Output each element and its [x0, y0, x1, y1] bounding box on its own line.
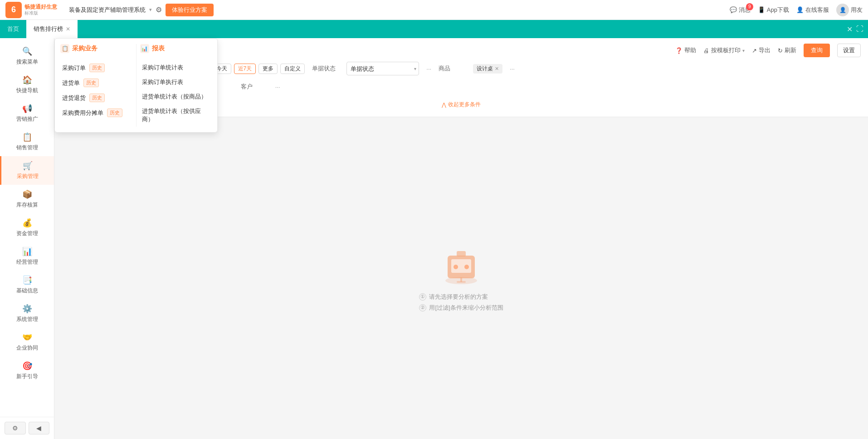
finance-icon: 💰 — [22, 218, 32, 228]
goods-tag-label: 设计桌 — [477, 65, 493, 73]
purchase-order-exec-label: 采购订单执行表 — [142, 78, 183, 86]
purchase-section-icon: 📋 — [60, 44, 69, 53]
dropdown-item-goods-in[interactable]: 进货单 历史 — [60, 75, 132, 90]
refresh-btn[interactable]: ↻ 刷新 — [778, 46, 796, 54]
export-btn[interactable]: ↗ 导出 — [752, 46, 770, 54]
sidebar-item-operations[interactable]: 📊 经营管理 — [0, 242, 54, 271]
tab-sales-rank-label: 销售排行榜 — [34, 25, 63, 33]
sidebar-item-nav[interactable]: 🏠 快捷导航 — [0, 70, 54, 99]
user-avatar: 👤 — [836, 4, 849, 16]
empty-illustration — [434, 242, 488, 287]
tab-close-all-icon[interactable]: ✕ — [847, 25, 853, 34]
goods-stat-supplier-label: 进货单统计表（按供应商） — [142, 107, 210, 123]
date-more-btn[interactable]: 更多 — [258, 64, 278, 74]
search-icon: 🔍 — [22, 46, 32, 56]
status-more-dots[interactable]: ··· — [426, 65, 431, 72]
dropdown-item-purchase-order-stat[interactable]: 采购订单统计表 — [140, 60, 212, 75]
logo-sub-text: 标准版 — [24, 10, 57, 16]
basic-info-icon: 📑 — [22, 275, 32, 285]
newbie-icon: 🎯 — [22, 361, 32, 371]
goods-return-label: 进货退货 — [62, 94, 86, 102]
date-custom-btn[interactable]: 自定义 — [280, 64, 305, 74]
sidebar-item-sales[interactable]: 📋 销售管理 — [0, 128, 54, 156]
date-7days-btn[interactable]: 近7天 — [234, 64, 256, 74]
goods-return-history-badge: 历史 — [89, 94, 105, 102]
sidebar-cooperation-label: 企业协同 — [16, 344, 38, 352]
app-download-item[interactable]: 📱 App下载 — [758, 6, 789, 14]
status-filter-label: 单据状态 — [312, 64, 339, 73]
dropdown-item-purchase-order[interactable]: 采购订单 历史 — [60, 60, 132, 75]
marketing-icon: 📢 — [22, 104, 32, 113]
online-service-item[interactable]: 👤 在线客服 — [796, 6, 829, 14]
sidebar-item-finance[interactable]: 💰 资金管理 — [0, 213, 54, 242]
sidebar-newbie-label: 新手引导 — [16, 373, 38, 380]
empty-hint-1: ① 请先选择要分析的方案 — [419, 293, 503, 301]
sidebar-item-inventory[interactable]: 📦 库存核算 — [0, 185, 54, 213]
purchase-expense-history-badge: 历史 — [107, 109, 122, 117]
message-item[interactable]: 💬 消息 9 — [730, 6, 751, 14]
message-badge: 9 — [746, 3, 753, 10]
logo-icon: 6 — [5, 2, 22, 18]
dropdown-item-purchase-expense[interactable]: 采购费用分摊单 历史 — [60, 105, 132, 120]
print-btn[interactable]: 🖨 按模板打印 ▾ — [703, 46, 745, 54]
tab-sales-rank[interactable]: 销售排行榜 ✕ — [26, 20, 78, 38]
app-label: App下载 — [767, 6, 789, 14]
top-header: 6 畅捷通好生意 标准版 装备及固定资产辅助管理系统 ▾ ⚙ 体验行业方案 💬 … — [0, 0, 868, 20]
report-section-icon: 📊 — [140, 44, 149, 53]
dropdown-item-goods-stat-product[interactable]: 进货单统计表（按商品） — [140, 89, 212, 104]
sidebar-collapse-btn[interactable]: ◀ — [29, 422, 50, 434]
tab-close-icon[interactable]: ✕ — [66, 26, 70, 32]
app-icon: 📱 — [758, 6, 765, 13]
tab-controls: ✕ ⛶ — [847, 25, 868, 34]
print-dropdown-arrow[interactable]: ▾ — [742, 48, 745, 53]
purchase-order-history-badge: 历史 — [89, 64, 105, 72]
settings-btn[interactable]: 设置 — [837, 44, 861, 57]
sidebar: 🔍 搜索菜单 🏠 快捷导航 📢 营销推广 📋 销售管理 🛒 采购管理 📦 库存核… — [0, 38, 54, 439]
header-right: 💬 消息 9 📱 App下载 👤 在线客服 👤 用友 — [730, 4, 863, 16]
hint-text-2: 用[过滤]条件来缩小分析范围 — [429, 304, 503, 312]
print-label: 按模板打印 — [711, 46, 741, 54]
sidebar-item-purchase[interactable]: 🛒 采购管理 — [0, 156, 54, 185]
refresh-label: 刷新 — [785, 46, 796, 54]
purchase-expense-label: 采购费用分摊单 — [62, 109, 103, 117]
user-item[interactable]: 👤 用友 — [836, 4, 863, 16]
hint-text-1: 请先选择要分析的方案 — [429, 293, 488, 301]
system-dropdown-arrow[interactable]: ▾ — [149, 7, 152, 13]
help-btn[interactable]: ❓ 帮助 — [675, 46, 696, 54]
home-icon: 🏠 — [22, 75, 32, 85]
purchase-order-label: 采购订单 — [62, 64, 86, 72]
dropdown-item-goods-stat-supplier[interactable]: 进货单统计表（按供应商） — [140, 104, 212, 127]
dropdown-sections: 📋 采购业务 采购订单 历史 进货单 历史 进货退货 历史 采购费用分摊单 — [55, 44, 217, 127]
sidebar-item-marketing[interactable]: 📢 营销推广 — [0, 99, 54, 128]
header-settings-icon[interactable]: ⚙ — [156, 5, 162, 14]
sidebar-item-search[interactable]: 🔍 搜索菜单 — [0, 42, 54, 70]
tab-maximize-icon[interactable]: ⛶ — [856, 25, 863, 33]
dropdown-report-section: 📊 报表 采购订单统计表 采购订单执行表 进货单统计表（按商品） 进货单统计表（… — [140, 44, 212, 127]
hint-num-1: ① — [419, 293, 426, 301]
sidebar-settings-btn[interactable]: ⚙ — [5, 422, 26, 434]
dropdown-purchase-section: 📋 采购业务 采购订单 历史 进货单 历史 进货退货 历史 采购费用分摊单 — [60, 44, 132, 127]
sidebar-item-system[interactable]: ⚙️ 系统管理 — [0, 299, 54, 328]
goods-more-dots[interactable]: ··· — [510, 65, 515, 72]
tab-home[interactable]: 首页 — [0, 20, 26, 38]
sidebar-search-label: 搜索菜单 — [16, 58, 38, 66]
goods-tag-close-icon[interactable]: ✕ — [495, 66, 499, 72]
sidebar-item-newbie[interactable]: 🎯 新手引导 — [0, 356, 54, 385]
status-select[interactable]: 单据状态 — [346, 62, 419, 75]
header-center: 装备及固定资产辅助管理系统 ▾ ⚙ 体验行业方案 — [60, 4, 730, 16]
dropdown-item-purchase-order-exec[interactable]: 采购订单执行表 — [140, 75, 212, 89]
sidebar-item-basic-info[interactable]: 📑 基础信息 — [0, 271, 54, 299]
industry-btn[interactable]: 体验行业方案 — [166, 4, 214, 16]
goods-in-history-badge: 历史 — [83, 79, 99, 87]
customer-more-dots[interactable]: ··· — [275, 84, 280, 90]
system-icon: ⚙️ — [22, 304, 32, 314]
inventory-icon: 📦 — [22, 189, 32, 199]
service-icon: 👤 — [796, 6, 804, 13]
sidebar-item-cooperation[interactable]: 🤝 企业协同 — [0, 328, 54, 356]
sidebar-bottom: ⚙ ◀ — [0, 417, 54, 439]
query-btn[interactable]: 查询 — [804, 44, 830, 57]
sales-icon: 📋 — [22, 132, 32, 142]
sidebar-inventory-label: 库存核算 — [16, 201, 38, 209]
dropdown-item-goods-return[interactable]: 进货退货 历史 — [60, 90, 132, 105]
sidebar-nav-label: 快捷导航 — [16, 87, 38, 94]
